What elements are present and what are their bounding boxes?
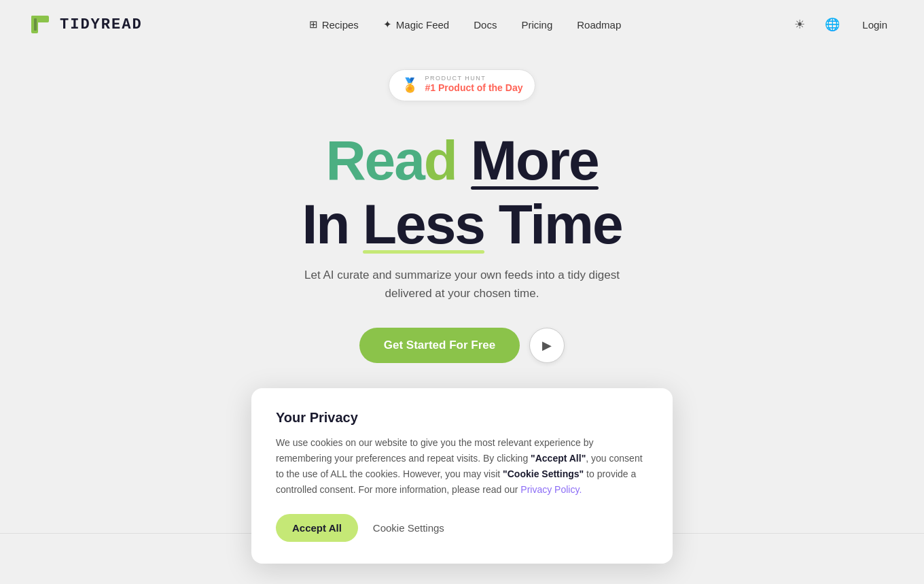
nav-item-recipes[interactable]: ⊞ Recipes <box>300 13 368 36</box>
globe-icon: 🌐 <box>825 17 840 32</box>
language-button[interactable]: 🌐 <box>820 12 845 37</box>
nav-item-roadmap[interactable]: Roadmap <box>567 14 630 36</box>
sparkle-icon: ✦ <box>383 18 392 31</box>
word-less: Less <box>363 192 484 256</box>
privacy-body: We use cookies on our website to give yo… <box>276 435 648 498</box>
hero-title-line2: In Less Time <box>302 192 622 256</box>
cookie-settings-button[interactable]: Cookie Settings <box>368 514 450 542</box>
logo-icon <box>27 12 53 37</box>
navbar: TIDYREAD ⊞ Recipes ✦ Magic Feed Docs Pri… <box>0 0 924 49</box>
nav-item-docs[interactable]: Docs <box>464 14 506 36</box>
nav-item-magic-feed[interactable]: ✦ Magic Feed <box>374 13 459 36</box>
privacy-overlay: Your Privacy We use cookies on our websi… <box>0 388 924 584</box>
theme-toggle-button[interactable]: ☀ <box>787 12 812 37</box>
svg-rect-3 <box>34 18 37 31</box>
hero-title-line1: Read More <box>302 128 622 192</box>
nav-item-pricing[interactable]: Pricing <box>512 14 562 36</box>
letter-d: d <box>424 129 457 191</box>
login-button[interactable]: Login <box>853 14 897 36</box>
product-hunt-badge[interactable]: 🏅 PRODUCT HUNT #1 Product of the Day <box>389 69 536 101</box>
letter-r: R <box>325 129 364 191</box>
hero-subtitle: Let AI curate and summarize your own fee… <box>285 266 639 303</box>
privacy-title: Your Privacy <box>276 410 648 426</box>
letter-a: a <box>394 129 424 191</box>
layers-icon: ⊞ <box>309 18 318 31</box>
svg-rect-2 <box>31 16 49 22</box>
get-started-button[interactable]: Get Started For Free <box>359 328 520 363</box>
medal-icon: 🏅 <box>402 77 419 93</box>
nav-links: ⊞ Recipes ✦ Magic Feed Docs Pricing Road… <box>300 13 631 36</box>
cta-row: Get Started For Free ▶ <box>359 328 565 363</box>
hero-title: Read More In Less Time <box>302 128 622 257</box>
play-button[interactable]: ▶ <box>529 328 565 363</box>
accept-all-inline: "Accept All" <box>531 453 586 464</box>
svg-rect-0 <box>27 12 53 37</box>
accept-all-button[interactable]: Accept All <box>276 514 358 542</box>
logo[interactable]: TIDYREAD <box>27 12 143 37</box>
logo-text: TIDYREAD <box>60 16 143 33</box>
nav-right: ☀ 🌐 Login <box>787 12 897 37</box>
privacy-policy-link[interactable]: Privacy Policy. <box>520 484 582 495</box>
ph-badge-text: PRODUCT HUNT #1 Product of the Day <box>425 75 523 95</box>
sun-icon: ☀ <box>794 17 805 32</box>
play-icon: ▶ <box>542 338 552 353</box>
word-more: More <box>471 128 599 192</box>
letter-e: e <box>365 129 395 191</box>
privacy-buttons: Accept All Cookie Settings <box>276 514 648 542</box>
privacy-card: Your Privacy We use cookies on our websi… <box>251 388 673 564</box>
cookie-settings-inline: "Cookie Settings" <box>503 468 584 479</box>
